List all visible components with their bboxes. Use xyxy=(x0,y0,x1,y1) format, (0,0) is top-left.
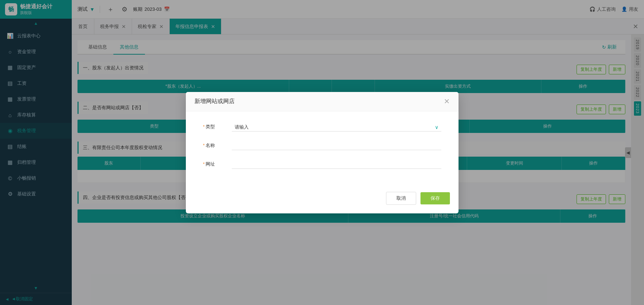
url-input-wrap xyxy=(232,160,441,169)
form-label-url: *网址 xyxy=(203,160,232,167)
cancel-button[interactable]: 取消 xyxy=(386,192,416,205)
required-marker: * xyxy=(203,124,205,129)
required-marker-url: * xyxy=(203,161,205,167)
required-marker-name: * xyxy=(203,143,205,148)
dialog-title: 新增网站或网店 xyxy=(194,98,235,105)
form-label-name: *名称 xyxy=(203,142,232,149)
name-input-wrap xyxy=(232,142,441,150)
name-input[interactable] xyxy=(232,142,441,150)
form-row-name: *名称 xyxy=(203,142,441,150)
dialog-overlay: 新增网站或网店 ✕ *类型 请输入 ∨ *名称 xyxy=(0,0,644,305)
dialog-close-btn[interactable]: ✕ xyxy=(444,98,450,105)
save-button[interactable]: 保存 xyxy=(420,192,450,204)
type-select[interactable]: 请输入 xyxy=(232,123,441,131)
dialog-footer: 取消 保存 xyxy=(186,188,459,213)
form-row-url: *网址 xyxy=(203,160,441,169)
type-select-wrap: 请输入 ∨ xyxy=(232,123,441,131)
form-label-type: *类型 xyxy=(203,123,232,130)
dialog-header: 新增网站或网店 ✕ xyxy=(186,92,459,111)
form-row-type: *类型 请输入 ∨ xyxy=(203,123,441,131)
dialog-body: *类型 请输入 ∨ *名称 xyxy=(186,111,459,188)
dialog: 新增网站或网店 ✕ *类型 请输入 ∨ *名称 xyxy=(186,92,459,213)
url-input[interactable] xyxy=(232,160,441,169)
